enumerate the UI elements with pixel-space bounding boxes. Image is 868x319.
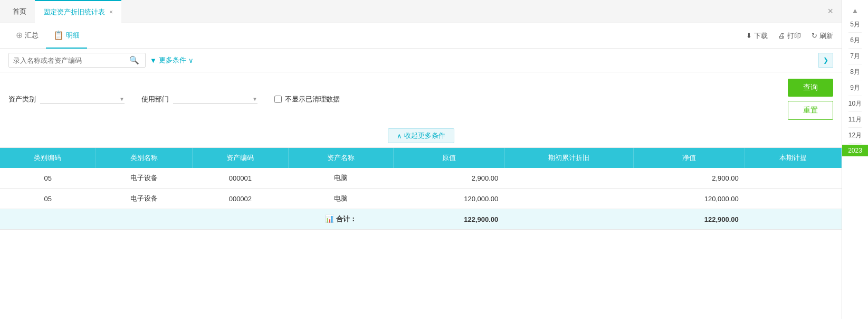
- sidebar-year-badge[interactable]: 2023: [842, 145, 868, 156]
- search-icon[interactable]: 🔍: [129, 55, 139, 65]
- collapse-label: 收起更多条件: [404, 131, 445, 140]
- sidebar-month-item[interactable]: 10月: [848, 96, 862, 112]
- download-icon: ⬇: [746, 32, 752, 40]
- department-field: 使用部门 ▼: [141, 95, 257, 104]
- top-tab-bar: 首页 固定资产折旧统计表 × ×: [0, 0, 842, 23]
- right-sidebar: ▲ 5月6月7月8月9月10月11月12月 2023: [842, 0, 868, 319]
- col-current-dep: 本期计提: [745, 148, 842, 168]
- collapse-up-icon: ∧: [397, 132, 402, 140]
- department-label: 使用部门: [141, 95, 169, 104]
- print-icon: 🖨: [778, 32, 785, 40]
- department-select-wrapper: ▼: [173, 95, 257, 104]
- department-caret: ▼: [252, 96, 257, 102]
- asset-category-select-wrapper: ▼: [40, 95, 125, 104]
- table-wrapper: 类别编码 类别名称 资产编码 资产名称 原值 期初累计折旧 净值 本期计提 05…: [0, 148, 842, 319]
- tab-detail-label: 明细: [66, 31, 80, 40]
- hide-cleared-label: 不显示已清理数据: [285, 95, 340, 104]
- download-button[interactable]: ⬇ 下载: [746, 31, 768, 41]
- col-accumulated-dep: 期初累计折旧: [504, 148, 633, 168]
- total-row: 📊 合计：122,900.00122,900.00: [0, 209, 842, 230]
- search-wrapper: 🔍: [8, 53, 146, 68]
- filter-caret: ∨: [188, 57, 194, 64]
- refresh-icon: ↻: [812, 32, 817, 40]
- col-asset-name: 资产名称: [289, 148, 393, 168]
- refresh-label: 刷新: [819, 31, 833, 41]
- query-button[interactable]: 查询: [788, 79, 833, 97]
- toolbar-actions: ⬇ 下载 🖨 打印 ↻ 刷新: [746, 31, 833, 41]
- tab-summary[interactable]: ⊕ 汇总: [8, 23, 46, 49]
- hide-cleared-checkbox[interactable]: [274, 96, 282, 103]
- filter-icon: ▼: [150, 57, 157, 64]
- collapse-button[interactable]: ∧ 收起更多条件: [388, 128, 454, 143]
- expand-panel-button[interactable]: ❯: [818, 53, 833, 68]
- filter-label: 更多条件: [159, 55, 186, 65]
- filter-row: 资产类别 ▼ 使用部门 ▼ 不显示已清理数: [8, 79, 833, 120]
- table-row[interactable]: 05电子设备000002电脑120,000.00120,000.00: [0, 189, 842, 209]
- collapse-bar: ∧ 收起更多条件: [8, 125, 833, 147]
- tab-summary-label: 汇总: [25, 31, 39, 40]
- col-net-value: 净值: [634, 148, 745, 168]
- print-button[interactable]: 🖨 打印: [778, 31, 801, 41]
- asset-category-caret: ▼: [119, 96, 125, 102]
- more-filter-button[interactable]: ▼ 更多条件 ∨: [150, 55, 194, 65]
- asset-category-select[interactable]: [40, 95, 119, 103]
- table-body: 05电子设备000001电脑2,900.002,900.0005电子设备0000…: [0, 168, 842, 230]
- col-original-value: 原值: [393, 148, 504, 168]
- tab-active[interactable]: 固定资产折旧统计表 ×: [35, 0, 121, 23]
- hide-cleared-field: 不显示已清理数据: [274, 95, 340, 104]
- toolbar-row: ⊕ 汇总 📋 明细 ⬇ 下载 🖨 打印 ↻ 刷新: [0, 23, 842, 49]
- table-header: 类别编码 类别名称 资产编码 资产名称 原值 期初累计折旧 净值 本期计提: [0, 148, 842, 168]
- search-input[interactable]: [13, 57, 129, 64]
- asset-category-label: 资产类别: [8, 95, 36, 104]
- print-label: 打印: [787, 31, 801, 41]
- tab-home-label: 首页: [13, 7, 26, 16]
- search-row: 🔍 ▼ 更多条件 ∨ ❯: [0, 49, 842, 72]
- refresh-button[interactable]: ↻ 刷新: [812, 31, 833, 41]
- tab-active-label: 固定资产折旧统计表: [43, 7, 105, 17]
- department-select[interactable]: [173, 95, 252, 103]
- window-close-icon[interactable]: ×: [827, 6, 833, 17]
- col-category-code: 类别编码: [0, 148, 96, 168]
- filter-panel: 资产类别 ▼ 使用部门 ▼ 不显示已清理数: [0, 72, 842, 148]
- sidebar-month-item[interactable]: 6月: [848, 33, 862, 49]
- data-table: 类别编码 类别名称 资产编码 资产名称 原值 期初累计折旧 净值 本期计提 05…: [0, 148, 842, 230]
- reset-button[interactable]: 重置: [788, 101, 833, 120]
- sidebar-month-item[interactable]: 5月: [848, 17, 862, 33]
- tab-detail[interactable]: 📋 明细: [46, 23, 87, 49]
- expand-arrow-icon: ❯: [823, 57, 828, 64]
- sidebar-months: 5月6月7月8月9月10月11月12月: [848, 17, 862, 144]
- tab-close-icon[interactable]: ×: [109, 9, 113, 15]
- download-label: 下载: [754, 31, 768, 41]
- tab-home[interactable]: 首页: [4, 0, 35, 23]
- filter-btn-group: 查询 重置: [788, 79, 833, 120]
- sidebar-month-item[interactable]: 7月: [848, 49, 862, 64]
- col-category-name: 类别名称: [96, 148, 192, 168]
- asset-category-field: 资产类别 ▼: [8, 95, 125, 104]
- sidebar-nav-up[interactable]: ▲: [842, 4, 868, 17]
- sidebar-month-item[interactable]: 12月: [848, 128, 862, 144]
- sidebar-month-item[interactable]: 9月: [848, 80, 862, 96]
- sidebar-month-item[interactable]: 11月: [848, 112, 862, 128]
- sidebar-month-item[interactable]: 8月: [848, 64, 862, 80]
- table-row[interactable]: 05电子设备000001电脑2,900.002,900.00: [0, 168, 842, 189]
- col-asset-code: 资产编码: [192, 148, 289, 168]
